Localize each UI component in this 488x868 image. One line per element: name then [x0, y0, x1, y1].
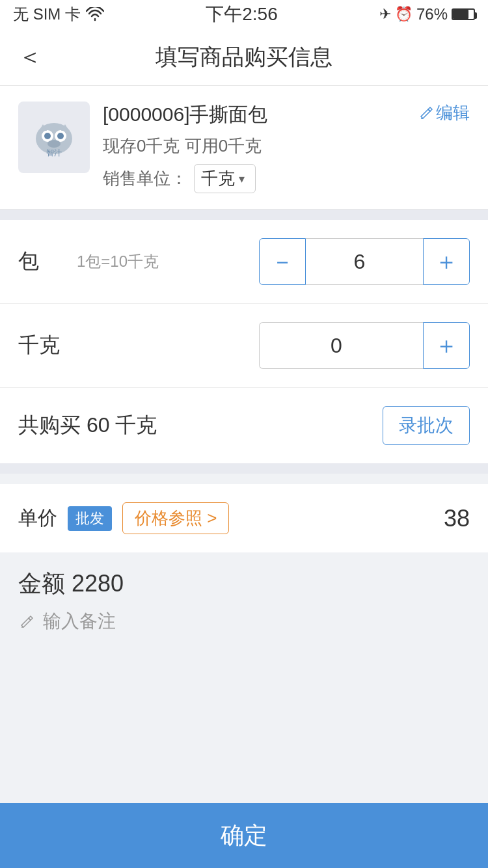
product-card: 智汁 [0000006]手撕面包 编辑 现存0千克 可用0千克 销售单位： 千克…: [0, 86, 488, 210]
increment-kg-button[interactable]: ＋: [423, 322, 470, 369]
back-button[interactable]: ＜: [18, 41, 42, 73]
pencil-icon: [18, 612, 36, 631]
summary-text: 共购买 60 千克: [18, 411, 157, 440]
price-value: 38: [444, 505, 470, 532]
confirm-button[interactable]: 确定: [221, 820, 267, 852]
section-divider-1: [0, 210, 488, 220]
quantity-kg-input[interactable]: [259, 322, 423, 369]
svg-text:智汁: 智汁: [46, 148, 62, 157]
nav-bar: ＜ 填写商品购买信息: [0, 29, 488, 86]
location-icon: ✈: [379, 6, 391, 23]
alarm-icon: ⏰: [395, 6, 413, 23]
quantity-bao-input[interactable]: [306, 238, 423, 285]
unit-select-arrow: ▾: [239, 172, 245, 186]
status-right: ✈ ⏰ 76%: [379, 5, 475, 23]
price-tag: 批发: [68, 506, 112, 531]
amount-value: 2280: [72, 570, 124, 597]
note-placeholder[interactable]: 输入备注: [43, 609, 116, 634]
amount-row: 金额 2280: [18, 568, 470, 600]
product-name: [0000006]手撕面包: [103, 102, 267, 128]
amount-section: 金额 2280 输入备注: [0, 552, 488, 640]
svg-point-5: [47, 140, 61, 148]
increment-bao-button[interactable]: ＋: [423, 238, 470, 285]
battery-label: 76%: [416, 5, 448, 23]
unit-select[interactable]: 千克 ▾: [194, 164, 256, 193]
input-controls-kg: ＋: [259, 322, 470, 369]
wifi-icon: [86, 7, 104, 21]
product-stock: 现存0千克 可用0千克: [103, 135, 470, 157]
edit-button[interactable]: 编辑: [419, 102, 470, 124]
page-title: 填写商品购买信息: [156, 42, 332, 72]
amount-label: 金额: [18, 570, 65, 597]
summary-section: 共购买 60 千克 录批次: [0, 388, 488, 463]
status-time: 下午2:56: [206, 2, 278, 27]
price-section: 单价 批发 价格参照 > 38: [0, 484, 488, 552]
svg-point-4: [57, 133, 64, 139]
input-row-kg: 千克 ＋: [0, 304, 488, 388]
product-logo: 智汁: [31, 118, 77, 157]
input-section: 包 1包=10千克 － ＋ 千克 ＋: [0, 220, 488, 388]
input-label-bao: 包: [18, 247, 70, 276]
input-controls-bao: － ＋: [259, 238, 470, 285]
edit-icon: [419, 106, 433, 120]
carrier-label: 无 SIM 卡: [13, 4, 81, 25]
status-left: 无 SIM 卡: [13, 4, 104, 25]
price-ref-button[interactable]: 价格参照 >: [122, 502, 229, 534]
product-image: 智汁: [18, 102, 90, 173]
product-name-row: [0000006]手撕面包 编辑: [103, 102, 470, 128]
input-row-bao: 包 1包=10千克 － ＋: [0, 220, 488, 304]
status-bar: 无 SIM 卡 下午2:56 ✈ ⏰ 76%: [0, 0, 488, 29]
decrement-bao-button[interactable]: －: [259, 238, 306, 285]
battery-icon: [452, 8, 475, 20]
note-row[interactable]: 输入备注: [18, 609, 470, 634]
input-hint-bao: 1包=10千克: [77, 251, 259, 272]
input-label-kg: 千克: [18, 331, 70, 360]
confirm-bar[interactable]: 确定: [0, 803, 488, 868]
product-unit-row: 销售单位： 千克 ▾: [103, 164, 470, 193]
section-divider-2: [0, 463, 488, 474]
price-label: 单价: [18, 505, 57, 532]
svg-point-3: [44, 133, 51, 139]
product-info: [0000006]手撕面包 编辑 现存0千克 可用0千克 销售单位： 千克 ▾: [103, 102, 470, 193]
batch-button[interactable]: 录批次: [383, 406, 470, 445]
